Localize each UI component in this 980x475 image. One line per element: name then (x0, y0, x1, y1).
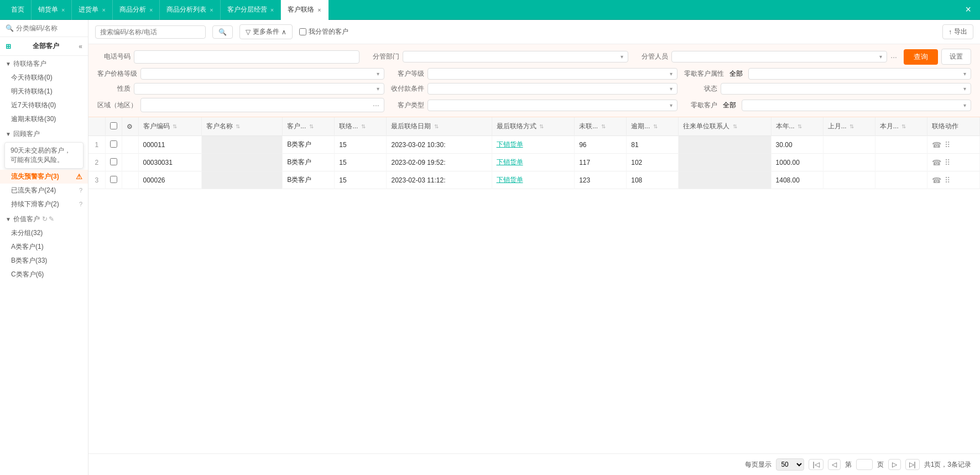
price-tier-select[interactable]: ▾ (140, 68, 384, 80)
sidebar-search-input[interactable] (16, 24, 82, 32)
search-button[interactable]: 🔍 (212, 25, 233, 39)
sidebar-item-class-a[interactable]: A类客户(1) (0, 240, 88, 254)
payment-field: 收付款条件 ▾ (391, 83, 678, 95)
row-last-contact-way: 下销货单 (492, 154, 575, 171)
tab-analysis-list[interactable]: 商品分析列表 × (160, 0, 220, 20)
row-checkbox[interactable] (110, 158, 117, 165)
sidebar-item-tomorrow[interactable]: 明天待联络(1) (0, 85, 88, 98)
sort-icon: ⇅ (797, 123, 802, 129)
row-settings (122, 154, 138, 171)
manager-more-button[interactable]: ··· (890, 53, 897, 61)
my-customers-checkbox-label[interactable]: 我分管的客户 (299, 27, 348, 36)
filter-search-input[interactable] (95, 25, 206, 39)
sidebar-group-review[interactable]: ▼ 回顾客户 (0, 126, 88, 141)
page-number-input[interactable]: 1 (856, 459, 873, 470)
more-action-icon[interactable]: ⠿ (945, 140, 950, 149)
sidebar-item-ungroup[interactable]: 未分组(32) (0, 226, 88, 240)
next-page-button[interactable]: ▷ (888, 459, 901, 470)
contact-icon[interactable]: ☎ (932, 140, 941, 149)
col-customer-code: 客户编码 ⇅ (138, 117, 202, 136)
collapse-icon[interactable]: « (79, 43, 82, 50)
sidebar-item-churned[interactable]: 已流失客户(24) ? (0, 184, 88, 197)
row-name (202, 171, 283, 189)
row-last-month (823, 136, 875, 154)
prev-page-button[interactable]: ◁ (828, 459, 841, 470)
query-button[interactable]: 查询 (904, 49, 938, 65)
col-settings[interactable]: ⚙ (122, 117, 138, 136)
row-name (202, 154, 283, 171)
tab-customer-contact[interactable]: 客户联络 × (281, 0, 328, 20)
price-tier-field: 客户价格等级 ▾ (97, 68, 384, 80)
region-select[interactable]: ··· (140, 98, 384, 112)
tab-home[interactable]: 首页 (4, 0, 32, 20)
sidebar-item-overdue[interactable]: 逾期未联络(30) (0, 112, 88, 126)
settings-button[interactable]: 设置 (941, 49, 971, 65)
grid-icon: ⊞ (6, 43, 11, 50)
tab-customer-tier[interactable]: 客户分层经营 × (221, 0, 281, 20)
row-type: B类客户 (283, 136, 335, 154)
manager-select[interactable]: ▾ (671, 51, 887, 62)
close-icon[interactable]: × (317, 7, 321, 13)
close-icon[interactable]: × (210, 7, 213, 13)
row-last-contact-date: 2023-03-02 10:30: (387, 136, 492, 154)
row-last-contact-way: 下销货单 (492, 171, 575, 189)
more-action-icon[interactable]: ⠿ (945, 158, 950, 167)
export-button[interactable]: ↑ 导出 (942, 24, 973, 39)
zero-sales-select[interactable]: ▾ (742, 100, 971, 111)
sort-icon: ⇅ (309, 123, 314, 129)
dept-select[interactable]: ▾ (403, 51, 628, 62)
gender-select[interactable]: ▾ (134, 83, 384, 95)
tab-purchase[interactable]: 进货单 × (72, 0, 112, 20)
select-all-checkbox[interactable] (110, 122, 117, 129)
chevron-down-icon: ▾ (621, 54, 623, 60)
row-num: 1 (88, 136, 105, 154)
page-size-select[interactable]: 50 100 200 (776, 458, 804, 471)
contact-way-link[interactable]: 下销货单 (497, 176, 523, 184)
zero-sales-attr-select[interactable]: ▾ (748, 68, 971, 80)
tab-sales[interactable]: 销货单 × (32, 0, 72, 20)
col-type: 客户... ⇅ (283, 117, 335, 136)
row-no-contact: 96 (575, 136, 627, 154)
window-close-button[interactable]: × (961, 4, 976, 15)
refresh-icon[interactable]: ↻ (42, 215, 48, 223)
customer-tier-select[interactable]: ▾ (428, 68, 678, 80)
sidebar-group-value[interactable]: ▼ 价值客户 ↻ ✎ (0, 211, 88, 226)
contact-way-link[interactable]: 下销货单 (497, 140, 523, 148)
sidebar-item-class-b[interactable]: B类客户(33) (0, 254, 88, 268)
row-overdue: 81 (627, 136, 679, 154)
close-icon[interactable]: × (102, 7, 105, 13)
sort-icon: ⇅ (173, 123, 177, 129)
contact-icon[interactable]: ☎ (932, 176, 941, 185)
row-checkbox[interactable] (110, 176, 117, 183)
sidebar-item-declining[interactable]: 持续下滑客户(2) ? (0, 197, 88, 211)
sidebar-item-7days[interactable]: 近7天待联络(0) (0, 98, 88, 112)
first-page-button[interactable]: |◁ (809, 459, 823, 470)
last-page-button[interactable]: ▷| (905, 459, 920, 470)
my-customers-checkbox[interactable] (299, 28, 306, 35)
tab-analysis[interactable]: 商品分析 × (113, 0, 160, 20)
region-more-button[interactable]: ··· (373, 101, 379, 109)
phone-input[interactable] (134, 50, 359, 64)
search-icon: 🔍 (218, 28, 227, 36)
row-checkbox-cell (105, 154, 122, 171)
more-conditions-button[interactable]: ▽ 更多条件 ∧ (239, 24, 293, 39)
row-overdue: 108 (627, 171, 679, 189)
row-checkbox[interactable] (110, 140, 117, 148)
payment-select[interactable]: ▾ (428, 83, 678, 95)
sort-icon: ⇅ (601, 123, 606, 129)
top-tabs-bar: 首页 销货单 × 进货单 × 商品分析 × 商品分析列表 × 客户分层经营 × … (0, 0, 980, 20)
sidebar-root-label[interactable]: ⊞ 全部客户 « (0, 37, 88, 56)
sidebar-item-today[interactable]: 今天待联络(0) (0, 71, 88, 85)
close-icon[interactable]: × (270, 7, 274, 13)
sidebar-item-class-c[interactable]: C类客户(6) (0, 268, 88, 281)
contact-way-link[interactable]: 下销货单 (497, 158, 523, 166)
status-select[interactable]: ▾ (721, 83, 971, 95)
customer-type-select[interactable]: ▾ (428, 100, 678, 111)
close-icon[interactable]: × (61, 7, 65, 13)
more-action-icon[interactable]: ⠿ (945, 176, 950, 185)
sidebar-item-churn-warning[interactable]: 流失预警客户(3) ⚠ (0, 170, 88, 184)
sidebar-group-pending[interactable]: ▼ 待联络客户 (0, 56, 88, 71)
contact-icon[interactable]: ☎ (932, 158, 941, 167)
close-icon[interactable]: × (149, 7, 153, 13)
edit-icon[interactable]: ✎ (49, 215, 54, 223)
